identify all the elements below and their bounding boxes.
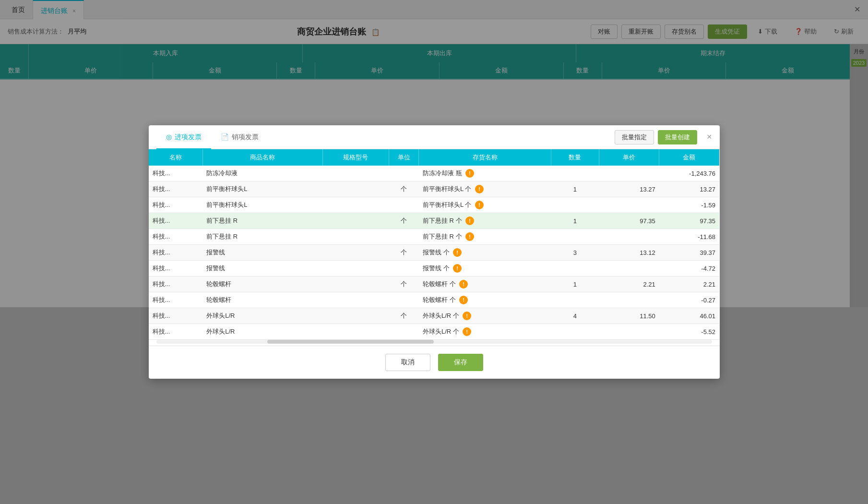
- warn-icon: !: [475, 201, 484, 209]
- modal-table-wrap[interactable]: 名称 商品名称 规格型号 单位 存货名称 数量 单价 金额 科技... 防冻冷却…: [149, 149, 720, 340]
- cell-company: 科技...: [149, 229, 203, 245]
- cell-amount: -1.59: [659, 197, 719, 213]
- modal-tabs: ◎ 进项发票 📄 销项发票: [156, 125, 268, 149]
- modal-header-actions: 批量指定 批量创建 ×: [615, 130, 712, 144]
- cell-spec: [323, 261, 389, 276]
- cell-product: 外球头L/R: [202, 308, 322, 324]
- cell-price: [599, 324, 659, 340]
- cell-product: 前平衡杆球头L: [202, 181, 322, 197]
- table-row[interactable]: 科技... 前下悬挂 R 前下悬挂 R 个 ! -11.68: [149, 229, 720, 245]
- table-row[interactable]: 科技... 轮毂螺杆 个 轮毂螺杆 个 ! 1 2.21 2.21: [149, 276, 720, 292]
- cell-qty: 4: [551, 308, 599, 324]
- cell-product: 前下悬挂 R: [202, 229, 322, 245]
- table-row[interactable]: 科技... 报警线 个 报警线 个 ! 3 13.12 39.37: [149, 245, 720, 261]
- cell-unit: 个: [389, 308, 419, 324]
- modal-dialog: ◎ 进项发票 📄 销项发票 批量指定 批量创建 × 名称 商: [149, 125, 720, 379]
- table-row[interactable]: 科技... 轮毂螺杆 轮毂螺杆 个 ! -0.27: [149, 292, 720, 308]
- warn-icon: !: [453, 248, 462, 257]
- cell-qty: [551, 292, 599, 308]
- warn-icon: !: [475, 185, 484, 193]
- btn-batch-create[interactable]: 批量创建: [658, 130, 697, 144]
- cell-product: 前下悬挂 R: [202, 213, 322, 229]
- cell-inv-name: 报警线 个 !: [419, 245, 551, 261]
- cell-unit: [389, 324, 419, 340]
- cell-price: 11.50: [599, 308, 659, 324]
- table-row[interactable]: 科技... 外球头L/R 外球头L/R 个 ! -5.52: [149, 324, 720, 340]
- table-header-row: 名称 商品名称 规格型号 单位 存货名称 数量 单价 金额: [149, 149, 720, 166]
- cell-spec: [323, 245, 389, 261]
- save-button[interactable]: 保存: [438, 354, 483, 371]
- cell-amount: -1,243.76: [659, 166, 719, 181]
- cancel-button[interactable]: 取消: [385, 354, 430, 371]
- cell-spec: [323, 324, 389, 340]
- table-row[interactable]: 科技... 前下悬挂 R 个 前下悬挂 R 个 ! 1 97.35 97.35: [149, 213, 720, 229]
- cell-inv-name: 前下悬挂 R 个 !: [419, 213, 551, 229]
- cell-unit: [389, 292, 419, 308]
- cell-unit: [389, 166, 419, 181]
- cell-inv-name: 防冻冷却液 瓶 !: [419, 166, 551, 181]
- cell-company: 科技...: [149, 213, 203, 229]
- cell-amount: 39.37: [659, 245, 719, 261]
- cell-inv-name: 前平衡杆球头L 个 !: [419, 181, 551, 197]
- cell-price: 97.35: [599, 213, 659, 229]
- cell-amount: -4.72: [659, 261, 719, 276]
- cell-product: 外球头L/R: [202, 324, 322, 340]
- btn-batch-assign[interactable]: 批量指定: [615, 130, 654, 144]
- cell-product: 轮毂螺杆: [202, 276, 322, 292]
- cell-amount: 97.35: [659, 213, 719, 229]
- cell-spec: [323, 308, 389, 324]
- cell-unit: [389, 229, 419, 245]
- cell-company: 科技...: [149, 324, 203, 340]
- modal-scrollbar-thumb[interactable]: [267, 340, 434, 344]
- table-row[interactable]: 科技... 前平衡杆球头L 前平衡杆球头L 个 ! -1.59: [149, 197, 720, 213]
- tab-invoice-in[interactable]: ◎ 进项发票: [156, 125, 211, 149]
- cell-qty: [551, 229, 599, 245]
- cell-unit: 个: [389, 213, 419, 229]
- cell-price: [599, 229, 659, 245]
- col-quantity: 数量: [551, 149, 599, 166]
- cell-inv-name: 轮毂螺杆 个 !: [419, 276, 551, 292]
- cell-inv-name: 外球头L/R 个 !: [419, 308, 551, 324]
- col-unit: 单位: [389, 149, 419, 166]
- cell-amount: -11.68: [659, 229, 719, 245]
- cell-inv-name: 外球头L/R 个 !: [419, 324, 551, 340]
- cell-unit: 个: [389, 181, 419, 197]
- invoice-table: 名称 商品名称 规格型号 单位 存货名称 数量 单价 金额 科技... 防冻冷却…: [149, 149, 720, 340]
- col-company: 名称: [149, 149, 203, 166]
- cell-spec: [323, 166, 389, 181]
- cell-company: 科技...: [149, 261, 203, 276]
- cell-qty: 1: [551, 181, 599, 197]
- warn-icon: !: [465, 216, 474, 225]
- cell-unit: [389, 197, 419, 213]
- modal-overlay: ◎ 进项发票 📄 销项发票 批量指定 批量创建 × 名称 商: [0, 0, 868, 504]
- table-row[interactable]: 科技... 前平衡杆球头L 个 前平衡杆球头L 个 ! 1 13.27 13.2…: [149, 181, 720, 197]
- col-amount: 金额: [659, 149, 719, 166]
- cell-company: 科技...: [149, 181, 203, 197]
- cell-company: 科技...: [149, 197, 203, 213]
- cell-amount: 13.27: [659, 181, 719, 197]
- col-inventory-name: 存货名称: [419, 149, 551, 166]
- cell-price: 2.21: [599, 276, 659, 292]
- cell-inv-name: 报警线 个 !: [419, 261, 551, 276]
- warn-icon: !: [463, 312, 471, 320]
- cell-spec: [323, 276, 389, 292]
- cell-spec: [323, 197, 389, 213]
- cell-qty: 1: [551, 213, 599, 229]
- cell-amount: -5.52: [659, 324, 719, 340]
- cell-amount: -0.27: [659, 292, 719, 308]
- cell-price: 13.12: [599, 245, 659, 261]
- modal-footer: 取消 保存: [149, 346, 720, 379]
- warn-icon: !: [459, 296, 468, 304]
- col-unit-price: 单价: [599, 149, 659, 166]
- cell-spec: [323, 213, 389, 229]
- cell-spec: [323, 292, 389, 308]
- modal-scrollbar[interactable]: [156, 340, 712, 344]
- warn-icon: !: [453, 264, 462, 273]
- tab-invoice-out[interactable]: 📄 销项发票: [211, 125, 268, 149]
- cell-qty: [551, 261, 599, 276]
- modal-close-btn[interactable]: ×: [707, 132, 712, 142]
- modal-header: ◎ 进项发票 📄 销项发票 批量指定 批量创建 ×: [149, 125, 720, 149]
- table-row[interactable]: 科技... 外球头L/R 个 外球头L/R 个 ! 4 11.50 46.01: [149, 308, 720, 324]
- table-row[interactable]: 科技... 报警线 报警线 个 ! -4.72: [149, 261, 720, 276]
- table-row[interactable]: 科技... 防冻冷却液 防冻冷却液 瓶 ! -1,243.76: [149, 166, 720, 181]
